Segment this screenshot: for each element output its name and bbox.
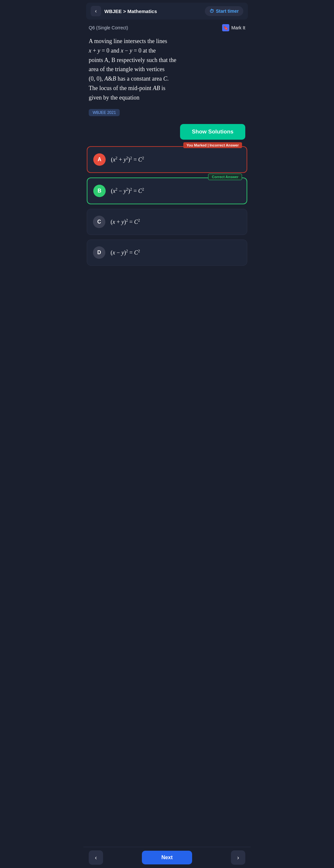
- option-c-wrapper: C (x + y)2 = C2: [87, 209, 247, 235]
- question-body: A moving line intersects the lines x + y…: [84, 34, 250, 107]
- back-icon: ‹: [95, 8, 97, 14]
- correct-badge: Correct Answer: [208, 174, 242, 180]
- option-a-letter: A: [93, 153, 106, 166]
- option-b-wrapper: Correct Answer B (x2 − y2)2 = C2: [87, 178, 247, 204]
- option-a-math: (x2 + y2)2 = C2: [111, 156, 144, 163]
- bookmark-icon: 🔖: [222, 24, 229, 31]
- mark-it-label: Mark It: [231, 25, 245, 30]
- option-b-math: (x2 − y2)2 = C2: [111, 187, 144, 194]
- question-label: Q6 (Single Correct): [89, 25, 128, 30]
- app-header: ‹ WBJEE > Mathematics ⏱ Start timer: [86, 3, 248, 20]
- option-b-card[interactable]: B (x2 − y2)2 = C2: [87, 178, 247, 204]
- mark-it-button[interactable]: 🔖 Mark It: [222, 24, 245, 31]
- option-d-letter: D: [93, 246, 105, 259]
- option-c-letter: C: [93, 216, 105, 228]
- timer-label: Start timer: [216, 8, 239, 14]
- option-b-letter: B: [93, 185, 106, 197]
- breadcrumb: WBJEE > Mathematics: [104, 8, 202, 14]
- show-solutions-button[interactable]: Show Solutions: [180, 124, 245, 140]
- back-button[interactable]: ‹: [91, 6, 101, 16]
- option-c-math: (x + y)2 = C2: [110, 218, 140, 225]
- option-d-wrapper: D (x − y)2 = C2: [87, 240, 247, 266]
- options-container: You Marked | Incorrect Answer A (x2 + y2…: [84, 146, 250, 292]
- question-meta: Q6 (Single Correct) 🔖 Mark It: [84, 20, 250, 34]
- option-d-math: (x − y)2 = C2: [110, 249, 140, 256]
- timer-icon: ⏱: [209, 8, 214, 14]
- incorrect-badge: You Marked | Incorrect Answer: [183, 142, 242, 148]
- option-d-card[interactable]: D (x − y)2 = C2: [87, 240, 247, 266]
- option-c-card[interactable]: C (x + y)2 = C2: [87, 209, 247, 235]
- start-timer-button[interactable]: ⏱ Start timer: [205, 6, 243, 16]
- year-tag: WBJEE 2021: [89, 109, 120, 116]
- option-a-card[interactable]: A (x2 + y2)2 = C2: [87, 146, 247, 173]
- tag-row: WBJEE 2021: [84, 107, 250, 121]
- option-a-wrapper: You Marked | Incorrect Answer A (x2 + y2…: [87, 146, 247, 173]
